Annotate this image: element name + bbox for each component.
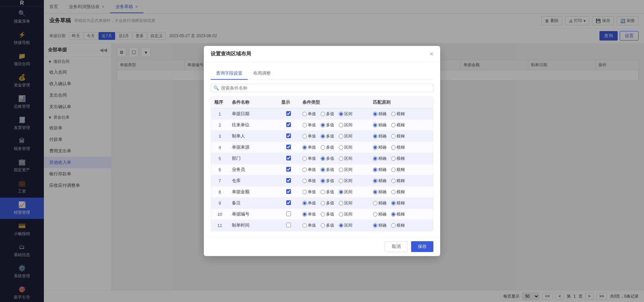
type-radio-区间[interactable]: 区间 [339, 211, 352, 217]
type-radio-单值[interactable]: 单值 [302, 167, 316, 173]
show-checkbox[interactable] [286, 122, 291, 127]
type-radio-区间[interactable]: 区间 [339, 167, 352, 173]
type-radio-区间[interactable]: 区间 [339, 156, 352, 161]
modal-row-type: 单值多值区间 [299, 175, 370, 186]
type-radio-多值[interactable]: 多值 [321, 156, 334, 161]
modal-save-button[interactable]: 保存 [411, 241, 433, 252]
match-radio-精确[interactable]: 精确 [373, 178, 386, 184]
match-radio-模糊[interactable]: 模糊 [391, 133, 405, 139]
type-radio-多值[interactable]: 多值 [321, 223, 334, 228]
match-radio-模糊[interactable]: 模糊 [391, 200, 405, 206]
match-radio-模糊[interactable]: 模糊 [391, 178, 405, 184]
show-checkbox[interactable] [286, 111, 291, 116]
type-radio-单值[interactable]: 单值 [302, 223, 316, 228]
show-checkbox[interactable] [286, 200, 291, 205]
show-checkbox[interactable] [286, 223, 291, 227]
match-radio-模糊[interactable]: 模糊 [391, 211, 405, 217]
type-radio-多值[interactable]: 多值 [321, 200, 334, 206]
modal-row-order: 11 [211, 220, 229, 231]
modal-header: 设置查询区域布局 × [204, 46, 440, 62]
type-radio-多值[interactable]: 多值 [321, 111, 334, 117]
type-radio-区间[interactable]: 区间 [339, 111, 352, 117]
modal-th-order: 顺序 [211, 97, 229, 108]
type-radio-单值[interactable]: 单值 [302, 122, 316, 128]
type-radio-单值[interactable]: 单值 [302, 156, 316, 161]
modal-row-type: 单值多值区间 [299, 209, 370, 220]
match-radio-精确[interactable]: 精确 [373, 189, 386, 195]
type-radio-多值[interactable]: 多值 [321, 145, 334, 150]
modal-row-show[interactable] [278, 153, 299, 164]
type-radio-区间[interactable]: 区间 [339, 133, 352, 139]
type-radio-区间[interactable]: 区间 [339, 200, 352, 206]
modal-row-show[interactable] [278, 186, 299, 198]
match-radio-模糊[interactable]: 模糊 [391, 145, 405, 150]
type-radio-多值[interactable]: 多值 [321, 178, 334, 184]
modal-search-box: 🔍 [211, 84, 433, 92]
modal-row-name: 单据编号 [229, 209, 278, 220]
modal-row-show[interactable] [278, 198, 299, 209]
type-radio-区间[interactable]: 区间 [339, 223, 352, 228]
modal-search-input[interactable] [221, 85, 430, 91]
modal-tab-query-fields[interactable]: 查询字段设置 [211, 68, 248, 80]
type-radio-多值[interactable]: 多值 [321, 189, 334, 195]
modal-row-name: 往来单位 [229, 120, 278, 131]
modal-title: 设置查询区域布局 [211, 51, 251, 57]
type-radio-单值[interactable]: 单值 [302, 200, 316, 206]
type-radio-单值[interactable]: 单值 [302, 189, 316, 195]
cancel-button[interactable]: 取消 [385, 241, 408, 252]
type-radio-单值[interactable]: 单值 [302, 211, 316, 217]
show-checkbox[interactable] [286, 167, 291, 172]
show-checkbox[interactable] [286, 145, 291, 149]
type-radio-区间[interactable]: 区间 [339, 178, 352, 184]
match-radio-模糊[interactable]: 模糊 [391, 122, 405, 128]
show-checkbox[interactable] [286, 156, 291, 160]
modal-row-show[interactable] [278, 209, 299, 220]
show-checkbox[interactable] [286, 133, 291, 138]
match-radio-模糊[interactable]: 模糊 [391, 223, 405, 228]
modal-row-show[interactable] [278, 131, 299, 142]
type-radio-多值[interactable]: 多值 [321, 167, 334, 173]
modal-tab-layout[interactable]: 布局调整 [248, 68, 276, 80]
show-checkbox[interactable] [286, 189, 291, 194]
show-checkbox[interactable] [286, 211, 291, 216]
type-radio-单值[interactable]: 单值 [302, 111, 316, 117]
type-radio-单值[interactable]: 单值 [302, 178, 316, 184]
match-radio-模糊[interactable]: 模糊 [391, 111, 405, 117]
modal-row-order: 8 [211, 186, 229, 198]
match-radio-精确[interactable]: 精确 [373, 167, 386, 173]
match-radio-精确[interactable]: 精确 [373, 111, 386, 117]
modal-row-show[interactable] [278, 142, 299, 153]
match-radio-精确[interactable]: 精确 [373, 200, 386, 206]
match-radio-精确[interactable]: 精确 [373, 211, 386, 217]
modal-row-show[interactable] [278, 108, 299, 120]
modal-tabs: 查询字段设置 布局调整 [211, 68, 433, 80]
modal-row-name: 部门 [229, 153, 278, 164]
modal-close-button[interactable]: × [430, 51, 433, 57]
match-radio-模糊[interactable]: 模糊 [391, 167, 405, 173]
type-radio-区间[interactable]: 区间 [339, 122, 352, 128]
type-radio-多值[interactable]: 多值 [321, 211, 334, 217]
modal-row-show[interactable] [278, 120, 299, 131]
match-radio-精确[interactable]: 精确 [373, 122, 386, 128]
type-radio-单值[interactable]: 单值 [302, 145, 316, 150]
type-radio-区间[interactable]: 区间 [339, 145, 352, 150]
type-radio-区间[interactable]: 区间 [339, 189, 352, 195]
modal-row-show[interactable] [278, 164, 299, 175]
type-radio-多值[interactable]: 多值 [321, 122, 334, 128]
match-radio-精确[interactable]: 精确 [373, 156, 386, 161]
modal-row-type: 单值多值区间 [299, 108, 370, 120]
modal-row-name: 单据来源 [229, 142, 278, 153]
modal-row-show[interactable] [278, 175, 299, 186]
type-radio-单值[interactable]: 单值 [302, 133, 316, 139]
show-checkbox[interactable] [286, 178, 291, 183]
type-radio-多值[interactable]: 多值 [321, 133, 334, 139]
modal-row-match: 精确模糊 [370, 120, 433, 131]
match-radio-精确[interactable]: 精确 [373, 133, 386, 139]
modal-row-show[interactable] [278, 220, 299, 231]
match-radio-模糊[interactable]: 模糊 [391, 189, 405, 195]
modal-body: 查询字段设置 布局调整 🔍 顺序 条件名称 显示 条件类型 [204, 62, 440, 237]
match-radio-模糊[interactable]: 模糊 [391, 156, 405, 161]
match-radio-精确[interactable]: 精确 [373, 145, 386, 150]
match-radio-精确[interactable]: 精确 [373, 223, 386, 228]
modal-footer: 取消 保存 [204, 237, 440, 256]
